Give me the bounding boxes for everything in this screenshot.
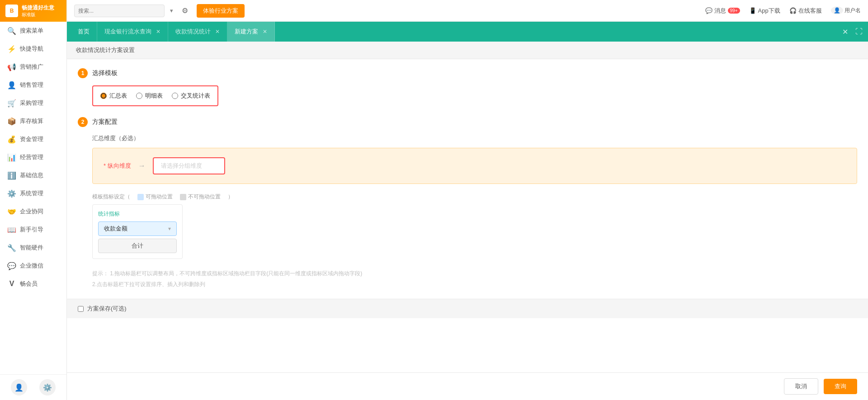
radio-summary[interactable]: 汇总表 <box>100 92 127 100</box>
topbar: ▾ ⚙ 体验行业方案 💬 消息 99+ 📱 App下载 🎧 在线客服 👤 用户名 <box>67 0 868 22</box>
user-avatar: 👤 <box>831 6 843 14</box>
radio-detail-input[interactable] <box>136 93 142 99</box>
main-content: ▾ ⚙ 体验行业方案 💬 消息 99+ 📱 App下载 🎧 在线客服 👤 用户名 <box>67 0 868 400</box>
tab-collection-close[interactable]: ✕ <box>215 28 220 35</box>
template-radio-group: 汇总表 明细表 交叉统计表 <box>100 92 210 100</box>
sidebar-item-member[interactable]: V 畅会员 <box>0 275 66 293</box>
step2-section: 2 方案配置 汇总维度（必选） * 纵向维度 → 请选择分组维 <box>78 117 857 290</box>
cart-icon: 🛒 <box>7 99 16 108</box>
notification-button[interactable]: 💬 消息 99+ <box>705 7 740 15</box>
radio-summary-label: 汇总表 <box>109 92 127 100</box>
radio-detail-label: 明细表 <box>145 92 163 100</box>
download-icon: 📱 <box>749 7 756 14</box>
dimension-select[interactable]: 请选择分组维度 <box>153 157 225 174</box>
person-icon: 👤 <box>7 80 16 89</box>
radio-cross[interactable]: 交叉统计表 <box>172 92 210 100</box>
tab-home[interactable]: 首页 <box>71 22 97 42</box>
user-info[interactable]: 👤 用户名 <box>831 7 861 14</box>
radio-summary-input[interactable] <box>100 93 107 99</box>
dimension-placeholder: 请选择分组维度 <box>161 162 202 169</box>
tab-cashflow[interactable]: 现金银行流水查询 ✕ <box>97 22 168 42</box>
form-section: 1 选择模板 汇总表 明细表 <box>67 59 868 299</box>
sidebar-item-wechat[interactable]: 💬 企业微信 <box>0 257 66 275</box>
hint-text: 提示： 1.拖动标题栏可以调整布局，不可跨维度或指标区域拖动栏目字段(只能在同一… <box>92 268 857 290</box>
dimension-title: 汇总维度（必选） <box>92 134 857 142</box>
wechat-icon: 💬 <box>7 261 16 270</box>
tab-cashflow-label: 现金银行流水查询 <box>104 28 151 36</box>
radio-cross-input[interactable] <box>172 93 178 99</box>
sidebar-item-purchase[interactable]: 🛒 采购管理 <box>0 94 66 112</box>
sidebar-item-sales[interactable]: 👤 销售管理 <box>0 76 66 94</box>
online-service-button[interactable]: 🎧 在线客服 <box>789 7 822 15</box>
step2-label: 2 方案配置 <box>78 117 857 127</box>
chevron-down-icon[interactable]: ▾ <box>170 7 173 14</box>
gear-icon: ⚙️ <box>7 189 16 198</box>
dimension-area: * 纵向维度 → 请选择分组维度 <box>92 148 857 184</box>
marketing-icon: 📢 <box>7 62 16 71</box>
metric-chevron-icon: ▾ <box>168 226 171 232</box>
sidebar-nav: 🔍 搜索菜单 ⚡ 快捷导航 📢 营销推广 👤 销售管理 🛒 采购管理 📦 库存核… <box>0 22 66 374</box>
sidebar-item-hardware[interactable]: 🔧 智能硬件 <box>0 239 66 257</box>
sidebar-item-quick-nav[interactable]: ⚡ 快捷导航 <box>0 40 66 58</box>
tabbar: 首页 现金银行流水查询 ✕ 收款情况统计 ✕ 新建方案 ✕ ✕ ⛶ <box>67 22 868 42</box>
sidebar-item-system[interactable]: ⚙️ 系统管理 <box>0 184 66 202</box>
service-icon: 🎧 <box>789 7 797 14</box>
tabbar-actions: ✕ ⛶ <box>840 26 864 38</box>
logo-text: 畅捷通好生意 <box>22 4 54 12</box>
metric-collection-label: 收款金额 <box>104 225 127 233</box>
tab-home-label: 首页 <box>78 28 90 36</box>
tab-new-plan-label: 新建方案 <box>235 28 258 36</box>
arrow-icon: → <box>138 162 146 170</box>
hardware-icon: 🔧 <box>7 243 16 252</box>
tab-cashflow-close[interactable]: ✕ <box>156 28 160 35</box>
cancel-button[interactable]: 取消 <box>784 378 818 395</box>
sidebar-item-cooperation[interactable]: 🤝 企业协同 <box>0 202 66 221</box>
hint-line2: 2.点击标题栏下拉可设置排序、插入列和删除列 <box>92 279 857 290</box>
sidebar-item-inventory[interactable]: 📦 库存核算 <box>0 112 66 130</box>
content-area: 收款情况统计方案设置 1 选择模板 汇总表 <box>67 42 868 372</box>
sidebar-item-guide[interactable]: 📖 新手引导 <box>0 221 66 239</box>
radio-detail[interactable]: 明细表 <box>136 92 163 100</box>
sidebar-bottom-icon1[interactable]: 👤 <box>11 379 27 395</box>
query-button[interactable]: 查询 <box>824 379 857 394</box>
topbar-right: 💬 消息 99+ 📱 App下载 🎧 在线客服 👤 用户名 <box>705 7 861 15</box>
sidebar-bottom-icon2[interactable]: ⚙️ <box>39 379 56 395</box>
step2-title: 方案配置 <box>92 118 118 126</box>
settings-icon[interactable]: ⚙ <box>179 5 191 17</box>
radio-cross-label: 交叉统计表 <box>181 92 210 100</box>
movable-indicator: 可拖动位置 <box>137 193 173 201</box>
app-download-button[interactable]: 📱 App下载 <box>749 7 780 15</box>
member-icon: V <box>7 279 16 288</box>
tab-new-plan-close[interactable]: ✕ <box>263 28 267 35</box>
metrics-settings-label: 模板指标设定（ <box>92 193 130 201</box>
tab-new-plan[interactable]: 新建方案 ✕ <box>227 22 275 42</box>
box-icon: 📦 <box>7 117 16 126</box>
search-input[interactable] <box>74 5 165 17</box>
sidebar-bottom: 👤 ⚙️ <box>0 374 66 400</box>
maximize-icon[interactable]: ⛶ <box>854 26 864 38</box>
handshake-icon: 🤝 <box>7 207 16 216</box>
step1-label: 1 选择模板 <box>78 68 857 78</box>
tab-collection[interactable]: 收款情况统计 ✕ <box>168 22 227 42</box>
sidebar: B 畅捷通好生意 标准版 🔍 搜索菜单 ⚡ 快捷导航 📢 营销推广 👤 销售管理… <box>0 0 67 400</box>
metrics-section: 模板指标设定（ 可拖动位置 不可拖动位置 ） <box>92 193 857 259</box>
dimension-row: * 纵向维度 → 请选择分组维度 <box>104 157 846 174</box>
metrics-close-paren: ） <box>228 193 233 201</box>
sidebar-logo: B 畅捷通好生意 标准版 <box>0 0 66 22</box>
save-plan-label[interactable]: 方案保存(可选) <box>87 305 127 313</box>
trial-button[interactable]: 体验行业方案 <box>197 4 245 18</box>
sidebar-item-marketing[interactable]: 📢 营销推广 <box>0 58 66 76</box>
notification-badge: 99+ <box>728 8 740 14</box>
metric-item-collection[interactable]: 收款金额 ▾ <box>98 221 177 236</box>
save-plan-checkbox[interactable] <box>78 306 84 312</box>
lightning-icon: ⚡ <box>7 44 16 53</box>
fixed-indicator: 不可拖动位置 <box>180 193 221 201</box>
step2-circle: 2 <box>78 117 88 127</box>
sidebar-item-basic-info[interactable]: ℹ️ 基础信息 <box>0 166 66 184</box>
sidebar-item-search[interactable]: 🔍 搜索菜单 <box>0 22 66 40</box>
sidebar-item-finance[interactable]: 💰 资金管理 <box>0 130 66 148</box>
version-label: 标准版 <box>22 12 54 18</box>
chart-icon: 📊 <box>7 153 16 162</box>
sidebar-item-management[interactable]: 📊 经营管理 <box>0 148 66 166</box>
minimize-icon[interactable]: ✕ <box>840 26 850 38</box>
